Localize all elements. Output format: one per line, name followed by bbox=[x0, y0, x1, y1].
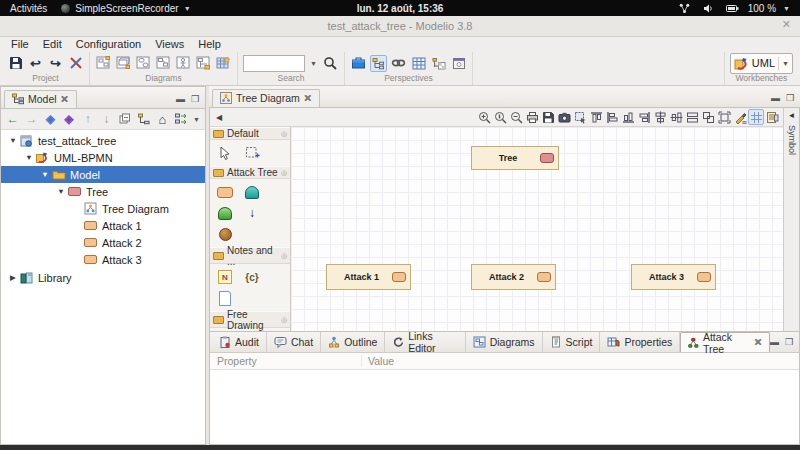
align-right-button[interactable] bbox=[636, 109, 652, 125]
tree-item-tree-class[interactable]: ▼ Tree bbox=[1, 183, 205, 200]
property-table-body[interactable] bbox=[210, 370, 799, 444]
zoom-actual-button[interactable] bbox=[492, 109, 508, 125]
tree-item-attack3[interactable]: Attack 3 bbox=[1, 251, 205, 268]
save-button[interactable] bbox=[7, 55, 24, 72]
tab-links-editor[interactable]: Links Editor bbox=[385, 332, 465, 352]
tab-chat[interactable]: Chat bbox=[267, 332, 321, 352]
node-tree[interactable]: Tree bbox=[471, 146, 559, 170]
tab-outline[interactable]: Outline bbox=[321, 332, 385, 352]
workbench-selector[interactable]: UML ▼ bbox=[730, 53, 793, 74]
related-diagrams-button[interactable]: ◈ bbox=[62, 112, 76, 127]
battery-icon[interactable] bbox=[724, 0, 741, 17]
grid-perspective-button[interactable] bbox=[410, 55, 427, 72]
state-diagram-button[interactable] bbox=[135, 55, 152, 72]
or-gate-tool[interactable] bbox=[217, 206, 233, 220]
palette-group-free-drawing[interactable]: Free Drawing ◎ bbox=[210, 311, 290, 328]
collapse-arrow-icon[interactable]: ▶ bbox=[7, 273, 19, 282]
tree-item-tree-diagram[interactable]: Tree Diagram bbox=[1, 200, 205, 217]
tab-audit[interactable]: Audit bbox=[212, 332, 267, 352]
navigate-back-button[interactable]: ← bbox=[6, 112, 20, 127]
model-check-perspective-button[interactable] bbox=[430, 55, 447, 72]
tab-properties[interactable]: Properties bbox=[600, 332, 680, 352]
tab-tree-diagram[interactable]: Tree Diagram 🗙 bbox=[212, 89, 320, 107]
palette-group-default[interactable]: Default ◎ bbox=[210, 127, 290, 140]
align-top-button[interactable] bbox=[588, 109, 604, 125]
same-width-button[interactable] bbox=[684, 109, 700, 125]
model-minimize-button[interactable]: ▬ bbox=[176, 94, 185, 104]
search-icon[interactable] bbox=[322, 55, 339, 72]
menu-edit[interactable]: Edit bbox=[36, 38, 69, 50]
pin-icon[interactable]: ◎ bbox=[281, 130, 287, 138]
palette-group-notes[interactable]: Notes and ... ◎ bbox=[210, 247, 290, 264]
matrix-new-button[interactable] bbox=[215, 55, 232, 72]
pin-icon[interactable]: ◎ bbox=[281, 252, 287, 260]
and-gate-tool[interactable] bbox=[244, 185, 260, 199]
expand-arrow-icon[interactable]: ▼ bbox=[23, 153, 35, 162]
zoom-in-button[interactable] bbox=[476, 109, 492, 125]
format-painter-button[interactable] bbox=[732, 109, 748, 125]
model-maximize-button[interactable]: ❒ bbox=[191, 94, 199, 104]
link-with-editor-button[interactable] bbox=[137, 112, 151, 127]
sequence-diagram-button[interactable] bbox=[195, 55, 212, 72]
network-icon[interactable] bbox=[676, 0, 693, 17]
palette-group-attack-tree[interactable]: Attack Tree ◎ bbox=[210, 166, 290, 179]
switch-view-button[interactable] bbox=[174, 112, 188, 127]
expand-arrow-icon[interactable]: ▼ bbox=[7, 136, 19, 145]
activities-button[interactable]: Activités bbox=[10, 3, 47, 14]
bottom-minimize-button[interactable]: ▬ bbox=[770, 337, 779, 347]
title-bar[interactable]: test_attack_tree - Modelio 3.8 ✕ bbox=[0, 16, 800, 37]
select-tool[interactable] bbox=[217, 146, 233, 160]
tree-item-model[interactable]: ▼ Model bbox=[1, 166, 205, 183]
tree-item-attack2[interactable]: Attack 2 bbox=[1, 234, 205, 251]
dialog-perspective-button[interactable] bbox=[450, 55, 467, 72]
usecase-diagram-button[interactable] bbox=[175, 55, 192, 72]
deployment-diagram-button[interactable] bbox=[115, 55, 132, 72]
document-tool[interactable] bbox=[217, 291, 233, 305]
expand-arrow-icon[interactable]: ▼ bbox=[55, 187, 67, 196]
menu-help[interactable]: Help bbox=[191, 38, 228, 50]
menu-views[interactable]: Views bbox=[148, 38, 191, 50]
print-button[interactable] bbox=[524, 109, 540, 125]
diagram-tab-close-icon[interactable]: 🗙 bbox=[304, 94, 312, 103]
tab-script[interactable]: Script bbox=[543, 332, 601, 352]
node-attack1[interactable]: Attack 1 bbox=[326, 264, 411, 290]
pin-icon[interactable]: ◎ bbox=[281, 316, 287, 324]
search-history-chevron-icon[interactable]: ▼ bbox=[308, 55, 319, 72]
node-attack2[interactable]: Attack 2 bbox=[471, 264, 556, 290]
menu-configuration[interactable]: Configuration bbox=[69, 38, 148, 50]
model-explorer-perspective-button[interactable] bbox=[370, 55, 387, 72]
align-left-button[interactable] bbox=[604, 109, 620, 125]
fast-view-icon[interactable]: ◄ bbox=[788, 111, 796, 120]
diagram-canvas[interactable]: Tree Attack 1 Attack 2 bbox=[291, 127, 783, 331]
transfer-node-tool[interactable] bbox=[217, 227, 233, 241]
same-size-button[interactable] bbox=[700, 109, 716, 125]
home-button[interactable]: ⌂ bbox=[156, 112, 170, 127]
links-perspective-button[interactable] bbox=[390, 55, 407, 72]
fit-content-button[interactable] bbox=[716, 109, 732, 125]
class-diagram-button[interactable] bbox=[95, 55, 112, 72]
tree-item-umlbpmn[interactable]: ▼ UML-BPMN bbox=[1, 149, 205, 166]
link-arrow-tool[interactable]: ↓ bbox=[244, 206, 260, 220]
editor-minimize-button[interactable]: ▬ bbox=[771, 93, 780, 103]
editor-maximize-button[interactable]: ❒ bbox=[786, 93, 794, 103]
grid-toggle-button[interactable] bbox=[748, 109, 764, 125]
menu-file[interactable]: File bbox=[4, 38, 36, 50]
clock[interactable]: lun. 12 août, 15:36 bbox=[357, 3, 444, 14]
tab-attack-tree[interactable]: Attack Tree 🗙 bbox=[680, 332, 770, 352]
node-attack3[interactable]: Attack 3 bbox=[631, 264, 716, 290]
attack-tree-tab-close-icon[interactable]: 🗙 bbox=[754, 338, 762, 347]
save-image-button[interactable] bbox=[540, 109, 556, 125]
workbench-chevron-icon[interactable]: ▼ bbox=[782, 60, 789, 67]
view-menu-chevron-icon[interactable]: ▼ bbox=[193, 116, 200, 123]
palette-collapse-icon[interactable]: ◀ bbox=[213, 109, 225, 125]
page-layout-button[interactable] bbox=[764, 109, 780, 125]
configure-tools-button[interactable] bbox=[67, 55, 84, 72]
tab-model[interactable]: Model 🗙 bbox=[4, 90, 77, 108]
attack-node-tool[interactable] bbox=[217, 185, 233, 199]
column-property[interactable]: Property bbox=[210, 355, 362, 367]
bottom-maximize-button[interactable]: ❒ bbox=[785, 337, 793, 347]
note-tool[interactable]: N bbox=[217, 270, 233, 284]
undo-button[interactable]: ↩ bbox=[27, 55, 44, 72]
search-input[interactable] bbox=[243, 55, 305, 72]
center-horizontal-button[interactable] bbox=[668, 109, 684, 125]
